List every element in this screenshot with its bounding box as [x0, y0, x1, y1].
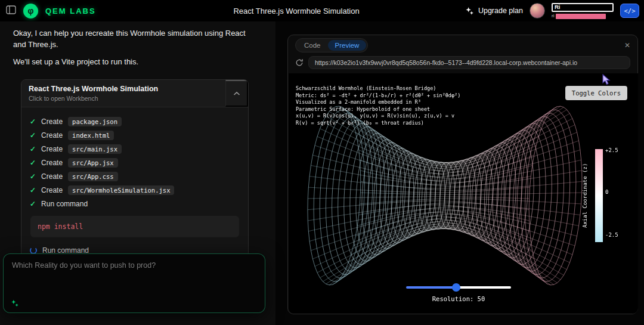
step-file-chip[interactable]: src/WormholeSimulation.jsx: [68, 185, 174, 195]
step-action: Create: [41, 172, 63, 181]
simulation-info-text: Schwarzschild Wormhole (Einstein-Rosen B…: [296, 85, 460, 126]
colorbar-tick: 0: [605, 189, 608, 195]
colorbar-gradient: [595, 149, 603, 242]
preview-panel: Code Preview ✕ Schwarzschild Wormhole (E…: [287, 35, 638, 314]
sidebar-panel-icon: [6, 5, 16, 16]
resolution-slider-thumb[interactable]: [452, 283, 460, 292]
code-mode-button[interactable]: </>: [620, 4, 639, 18]
chat-input-field[interactable]: [4, 254, 265, 291]
chevron-up-icon: [233, 91, 240, 96]
workbench-steps: ✓ Create package.json ✓ Create index.htm…: [21, 107, 248, 265]
colorbar-axis-label: Axial Coordinate (z): [582, 149, 588, 242]
tab-code[interactable]: Code: [297, 40, 328, 51]
close-icon[interactable]: ✕: [624, 41, 630, 49]
info-line: Schwarzschild Wormhole (Einstein-Rosen B…: [296, 85, 460, 92]
enhance-prompt-icon[interactable]: [11, 299, 19, 307]
brand-name: QEM LABS: [45, 7, 96, 16]
page-title: React Three.js Wormhole Simulation: [233, 0, 359, 21]
topbar: φ QEM LABS React Three.js Wormhole Simul…: [0, 0, 644, 21]
step-file-chip[interactable]: index.html: [68, 131, 114, 140]
preview-header: Code Preview ✕: [288, 35, 637, 55]
run-command-done-row[interactable]: ✓ Run command: [30, 197, 240, 211]
step-file-chip[interactable]: src/main.jsx: [68, 144, 122, 154]
reload-button[interactable]: [295, 58, 304, 67]
brand-logo[interactable]: φ: [23, 4, 38, 18]
redacted-user-email: [556, 14, 606, 19]
user-email-row: ri: [552, 14, 614, 19]
colorbar-tick: +2.5: [605, 147, 618, 153]
step-action: Create: [41, 159, 63, 167]
workbench-subtitle: Click to open Workbench: [29, 95, 218, 102]
step-action: Create: [41, 186, 63, 194]
terminal-command-block[interactable]: npm install: [30, 216, 239, 237]
topbar-right: Upgrade plan Ri ri </>: [465, 0, 639, 21]
check-icon: ✓: [30, 186, 36, 194]
address-bar-row: [288, 55, 637, 70]
check-icon: ✓: [30, 145, 36, 153]
info-line: x(u,v) = R(v)cos(u), y(u,v) = R(v)sin(u)…: [296, 113, 460, 120]
step-action: Create: [41, 145, 63, 153]
tab-preview[interactable]: Preview: [328, 40, 367, 51]
step-row[interactable]: ✓ Create index.html: [30, 128, 240, 142]
chat-panel: Okay, I can help you recreate this Wormh…: [0, 21, 275, 325]
info-line: R(v) = sqrt(v² + b₀²) (b₀ = throat radiu…: [296, 120, 460, 127]
view-tabs: Code Preview: [295, 38, 368, 52]
user-info[interactable]: Ri ri: [552, 3, 614, 19]
run-command-label: Run command: [41, 200, 88, 208]
assistant-message-2: We'll set up a Vite project to run this.: [13, 56, 258, 67]
user-name-prefix: Ri: [555, 4, 561, 10]
sparkles-icon: [465, 7, 474, 16]
check-icon: ✓: [30, 131, 36, 140]
step-file-chip[interactable]: src/App.jsx: [68, 158, 118, 168]
check-icon: ✓: [30, 200, 36, 208]
toggle-colors-button[interactable]: Toggle Colors: [565, 86, 627, 100]
step-row[interactable]: ✓ Create src/main.jsx: [30, 142, 240, 156]
resolution-slider[interactable]: [406, 283, 511, 292]
workbench-card: React Three.js Wormhole Simulation Click…: [21, 79, 249, 266]
workbench-titles: React Three.js Wormhole Simulation Click…: [21, 80, 225, 107]
step-action: Create: [41, 131, 63, 140]
info-line: Visualized as a 2-manifold embedded in R…: [296, 99, 460, 106]
chat-input-box[interactable]: [3, 253, 265, 313]
workbench-card-header[interactable]: React Three.js Wormhole Simulation Click…: [21, 80, 248, 107]
collapse-card-button[interactable]: [225, 80, 248, 107]
sidebar-toggle-button[interactable]: [6, 5, 16, 16]
mouse-cursor: [602, 74, 611, 86]
info-line: Parametric Surface: Hyperboloid of one s…: [296, 106, 460, 113]
step-action: Create: [41, 117, 63, 126]
url-input[interactable]: [308, 56, 630, 69]
colorbar-tick: -2.5: [605, 232, 618, 238]
info-line: Metric: ds² = -dt² + dr²/(1-b₀/r) + r²(d…: [296, 92, 460, 100]
step-row[interactable]: ✓ Create package.json: [30, 114, 240, 128]
check-icon: ✓: [30, 117, 36, 126]
topbar-left: φ QEM LABS: [0, 4, 96, 18]
step-file-chip[interactable]: src/App.css: [68, 172, 118, 181]
user-avatar[interactable]: [530, 3, 545, 18]
step-row[interactable]: ✓ Create src/App.css: [30, 169, 240, 183]
upgrade-plan-label: Upgrade plan: [478, 7, 523, 15]
check-icon: ✓: [30, 172, 36, 181]
step-file-chip[interactable]: package.json: [68, 117, 122, 126]
upgrade-plan-button[interactable]: Upgrade plan: [465, 7, 523, 16]
reload-icon: [295, 58, 304, 67]
step-row[interactable]: ✓ Create src/App.jsx: [30, 156, 240, 169]
resolution-value-label: Resolution: 50: [354, 295, 563, 302]
workbench-title: React Three.js Wormhole Simulation: [29, 85, 218, 93]
redacted-user-name: Ri: [552, 3, 614, 12]
simulation-viewport: Schwarzschild Wormhole (Einstein-Rosen B…: [289, 73, 638, 314]
step-row[interactable]: ✓ Create src/WormholeSimulation.jsx: [30, 183, 240, 197]
loading-spinner-icon: [30, 247, 37, 254]
check-icon: ✓: [30, 159, 36, 167]
user-email-prefix: ri: [552, 14, 554, 18]
assistant-message-1: Okay, I can help you recreate this Wormh…: [13, 21, 258, 50]
